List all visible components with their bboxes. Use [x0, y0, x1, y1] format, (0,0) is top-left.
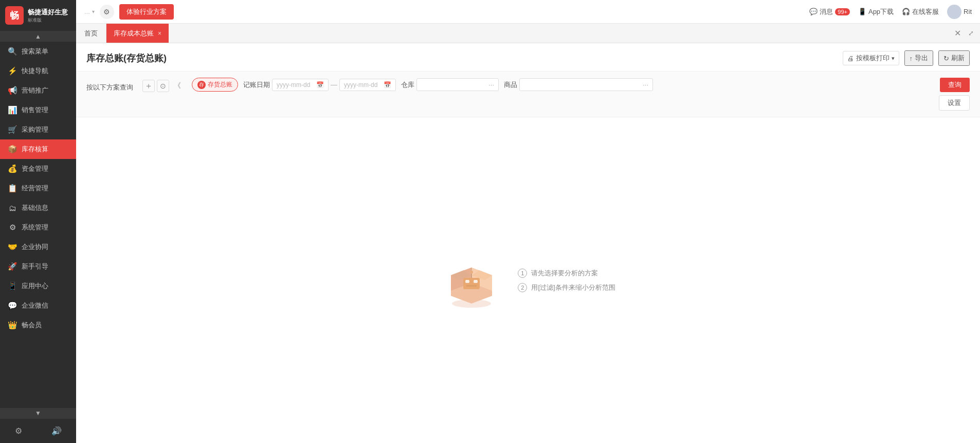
- app-center-icon: 📱: [7, 281, 17, 291]
- warehouse-input[interactable]: ···: [416, 78, 499, 91]
- close-panel-button[interactable]: ✕: [952, 27, 963, 39]
- product-label: 商品: [504, 80, 517, 90]
- product-input[interactable]: ···: [519, 78, 653, 91]
- hint-number-1: 1: [518, 269, 527, 278]
- sidebar-search[interactable]: 🔍 搜索菜单: [0, 42, 76, 61]
- inventory-icon: 📦: [7, 145, 17, 154]
- filter-label: 按以下方案查询: [86, 80, 133, 92]
- svg-rect-10: [466, 285, 477, 287]
- calendar-end-icon: 📅: [384, 81, 391, 88]
- warehouse-filter: 仓库 ···: [401, 78, 499, 91]
- phone-icon: 📱: [858, 8, 866, 15]
- empty-hints: 1 请先选择要分析的方案 2 用[过滤]条件来缩小分析范围: [518, 269, 615, 292]
- finance-icon: 💰: [7, 164, 17, 173]
- sidebar-item-basic[interactable]: 🗂 基础信息: [0, 198, 76, 218]
- sales-icon: 📊: [7, 105, 17, 115]
- breadcrumb-chevron[interactable]: ▾: [92, 9, 95, 14]
- empty-illustration: [441, 250, 502, 311]
- sidebar-item-quick-nav[interactable]: ⚡ 快捷导航: [0, 61, 76, 81]
- schema-button[interactable]: ⊙: [157, 80, 169, 92]
- svg-rect-9: [474, 280, 478, 283]
- messages-button[interactable]: 💬 消息 99+: [809, 7, 850, 16]
- refresh-button[interactable]: ↻ 刷新: [938, 50, 970, 66]
- warehouse-more-icon[interactable]: ···: [488, 81, 494, 88]
- sidebar-scroll-down[interactable]: ▼: [0, 408, 76, 418]
- page-header: 库存总账(存货总账) 🖨 按模板打印 ▾ ↑ 导出 ↻ 刷新: [76, 43, 980, 72]
- online-service-button[interactable]: 🎧 在线客服: [902, 7, 939, 16]
- product-more-icon[interactable]: ···: [643, 81, 648, 88]
- sidebar-item-member[interactable]: 👑 畅会员: [0, 315, 76, 335]
- printer-icon: 🖨: [847, 55, 854, 62]
- setting-button[interactable]: 设置: [939, 95, 970, 111]
- top-bar: ... ▾ ⚙ 体验行业方案 💬 消息 99+ 📱 App下载 🎧 在线客服: [76, 0, 980, 24]
- scheme-tag-inventory[interactable]: 存 存货总账: [192, 78, 238, 92]
- sidebar-item-system[interactable]: ⚙ 系统管理: [0, 218, 76, 237]
- tab-bar: 首页 库存成本总账 × ✕ ⤢: [76, 24, 980, 43]
- headset-icon: 🎧: [902, 8, 910, 15]
- basic-icon: 🗂: [7, 204, 17, 212]
- sidebar-item-guide[interactable]: 🚀 新手引导: [0, 257, 76, 276]
- sidebar-item-app-center[interactable]: 📱 应用中心: [0, 276, 76, 296]
- member-icon: 👑: [7, 321, 17, 330]
- sidebar-item-operation[interactable]: 📋 经营管理: [0, 179, 76, 198]
- refresh-icon: ↻: [943, 55, 949, 62]
- enterprise-icon: 🤝: [7, 242, 17, 252]
- date-end-input[interactable]: yyyy-mm-dd 📅: [339, 79, 396, 91]
- empty-hint-2: 2 用[过滤]条件来缩小分析范围: [518, 283, 615, 292]
- page-header-actions: 🖨 按模板打印 ▾ ↑ 导出 ↻ 刷新: [843, 50, 970, 66]
- settings-button[interactable]: ⚙: [12, 423, 25, 439]
- audio-button[interactable]: 🔊: [48, 423, 65, 439]
- guide-icon: 🚀: [7, 262, 17, 271]
- print-button[interactable]: 🖨 按模板打印 ▾: [843, 51, 899, 65]
- warehouse-label: 仓库: [401, 80, 414, 90]
- svg-rect-7: [463, 278, 480, 289]
- svg-rect-8: [465, 280, 469, 283]
- search-icon: 🔍: [7, 47, 17, 56]
- calendar-start-icon: 📅: [316, 81, 324, 88]
- export-button[interactable]: ↑ 导出: [904, 50, 934, 66]
- tab-close-button[interactable]: ×: [158, 30, 161, 37]
- svg-point-12: [470, 271, 473, 274]
- breadcrumb: ... ▾: [84, 8, 95, 15]
- product-filter: 商品 ···: [504, 78, 653, 91]
- app-logo: 畅 畅捷通好生意 标准版: [0, 0, 76, 31]
- sidebar-scroll-up[interactable]: ▲: [0, 31, 76, 42]
- sidebar-item-wechat[interactable]: 💬 企业微信: [0, 296, 76, 315]
- scheme-icon: 存: [197, 81, 206, 89]
- sidebar-item-purchase[interactable]: 🛒 采购管理: [0, 120, 76, 139]
- top-bar-left: ... ▾ ⚙ 体验行业方案: [84, 4, 174, 20]
- logo-icon: 畅: [5, 6, 24, 25]
- message-icon: 💬: [809, 8, 818, 15]
- add-scheme-button[interactable]: ＋: [142, 80, 155, 92]
- filter-controls: 存 存货总账 记账日期 yyyy-mm-dd 📅 — yyyy-mm-dd 📅: [192, 78, 934, 92]
- expand-panel-button[interactable]: ⤢: [966, 28, 976, 38]
- empty-state: 1 请先选择要分析的方案 2 用[过滤]条件来缩小分析范围: [76, 117, 980, 443]
- topbar-gear-button[interactable]: ⚙: [100, 5, 114, 19]
- sidebar-item-finance[interactable]: 💰 资金管理: [0, 159, 76, 179]
- sidebar: 畅 畅捷通好生意 标准版 ▲ 🔍 搜索菜单 ⚡ 快捷导航 📢 营销推广 📊 销售…: [0, 0, 76, 443]
- quick-nav-icon: ⚡: [7, 66, 17, 76]
- content-area: 库存总账(存货总账) 🖨 按模板打印 ▾ ↑ 导出 ↻ 刷新: [76, 43, 980, 443]
- sidebar-item-sales[interactable]: 📊 销售管理: [0, 100, 76, 120]
- logo-text: 畅捷通好生意 标准版: [28, 8, 68, 24]
- sidebar-item-enterprise[interactable]: 🤝 企业协同: [0, 237, 76, 257]
- empty-hint-1: 1 请先选择要分析的方案: [518, 269, 615, 278]
- collapse-button[interactable]: 《: [171, 80, 184, 92]
- industry-btn[interactable]: 体验行业方案: [119, 4, 174, 20]
- hint-number-2: 2: [518, 283, 527, 292]
- sidebar-item-inventory[interactable]: 📦 库存核算: [0, 139, 76, 159]
- tab-home[interactable]: 首页: [76, 24, 106, 43]
- filter-action-buttons: 查询 设置: [939, 78, 970, 111]
- avatar: [947, 5, 961, 19]
- print-chevron[interactable]: ▾: [892, 55, 895, 62]
- query-button[interactable]: 查询: [940, 78, 970, 92]
- sidebar-nav: 📢 营销推广 📊 销售管理 🛒 采购管理 📦 库存核算 💰 资金管理 📋 经营管…: [0, 81, 76, 408]
- purchase-icon: 🛒: [7, 125, 17, 134]
- date-start-input[interactable]: yyyy-mm-dd 📅: [272, 79, 329, 91]
- sidebar-bottom: ⚙ 🔊: [0, 418, 76, 443]
- operation-icon: 📋: [7, 184, 17, 193]
- app-download-button[interactable]: 📱 App下载: [858, 7, 894, 16]
- user-profile[interactable]: Rit: [947, 5, 972, 19]
- tab-inventory-ledger[interactable]: 库存成本总账 ×: [106, 24, 169, 43]
- sidebar-item-marketing[interactable]: 📢 营销推广: [0, 81, 76, 100]
